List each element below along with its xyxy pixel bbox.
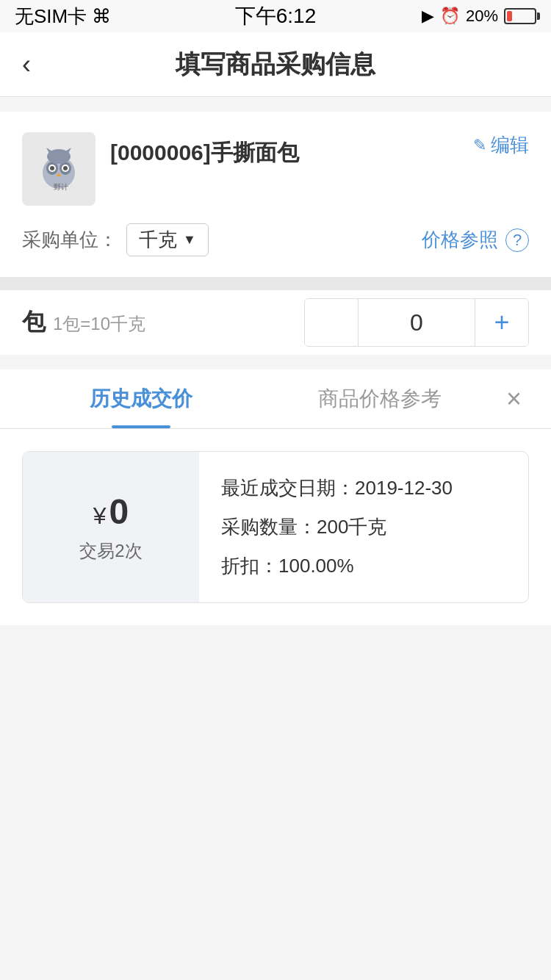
tabs-panel: 历史成交价 商品价格参考 × ¥ 0 交易2次 最近成交日期：2019-12-3…: [0, 370, 551, 625]
history-date-row: 最近成交日期：2019-12-30: [221, 474, 506, 502]
tab-product-label: 商品价格参考: [318, 385, 442, 413]
owl-icon: 野计: [33, 143, 84, 195]
unit-main: 包: [22, 306, 46, 339]
tab-close-button[interactable]: ×: [499, 383, 529, 414]
back-button[interactable]: ‹: [22, 51, 31, 78]
unit-conversion: 1包=10千克: [53, 312, 145, 336]
price-ref-button[interactable]: 价格参照 ?: [422, 227, 529, 253]
quantity-input[interactable]: [358, 299, 475, 346]
signal-indicator: 无SIM卡 ⌘: [15, 4, 111, 29]
history-qty-row: 采购数量：200千克: [221, 513, 506, 541]
quantity-label: 包 1包=10千克: [22, 306, 145, 339]
discount-label: 折扣：: [221, 555, 278, 577]
price-ref-label: 价格参照: [422, 227, 498, 253]
product-thumbnail: 野计: [22, 132, 96, 206]
quantity-controls: +: [304, 298, 529, 347]
tabs-header: 历史成交价 商品价格参考 ×: [0, 370, 551, 429]
tab-history-label: 历史成交价: [90, 385, 192, 413]
edit-label: 编辑: [491, 132, 529, 158]
nav-bar: ‹ 填写商品采购信息: [0, 32, 551, 97]
svg-point-6: [63, 166, 68, 170]
battery-icon: [504, 8, 536, 24]
unit-row: 采购单位： 千克 ▼ 价格参照 ?: [22, 223, 529, 256]
tab-history-price[interactable]: 历史成交价: [22, 370, 260, 428]
battery-pct: 20%: [466, 7, 498, 26]
location-icon: ▶: [422, 7, 434, 26]
clock: 下午6:12: [235, 2, 317, 30]
product-name: [0000006]手撕面包: [110, 138, 299, 168]
help-icon[interactable]: ?: [505, 228, 529, 252]
history-details-section: 最近成交日期：2019-12-30 采购数量：200千克 折扣：100.00%: [199, 452, 528, 602]
alarm-icon: ⏰: [440, 7, 460, 26]
edit-icon: ✎: [473, 136, 486, 155]
divider-bar: [0, 277, 551, 290]
page-title: 填写商品采购信息: [176, 48, 375, 82]
tab-content-history: ¥ 0 交易2次 最近成交日期：2019-12-30 采购数量：200千克 折扣…: [0, 429, 551, 625]
quantity-increase-button[interactable]: +: [475, 299, 528, 346]
chevron-down-icon: ▼: [183, 232, 196, 248]
qty-value: 200千克: [317, 516, 386, 538]
date-value: 2019-12-30: [355, 477, 453, 499]
quantity-row: 包 1包=10千克 +: [0, 290, 551, 355]
date-label: 最近成交日期：: [221, 477, 355, 499]
unit-value: 千克: [139, 227, 177, 253]
price-symbol: ¥: [93, 502, 107, 530]
discount-value: 100.00%: [278, 555, 354, 577]
unit-left: 采购单位： 千克 ▼: [22, 223, 209, 256]
product-header: 野计 [0000006]手撕面包 ✎ 编辑: [22, 132, 529, 206]
tab-product-price-ref[interactable]: 商品价格参考: [260, 370, 498, 428]
unit-dropdown[interactable]: 千克 ▼: [126, 223, 209, 256]
history-price-section: ¥ 0 交易2次: [23, 452, 199, 602]
unit-label: 采购单位：: [22, 227, 118, 253]
svg-point-5: [50, 166, 54, 170]
status-right: ▶ ⏰ 20%: [422, 7, 536, 26]
history-discount-row: 折扣：100.00%: [221, 552, 506, 580]
qty-label: 采购数量：: [221, 516, 317, 538]
product-card: 野计 [0000006]手撕面包 ✎ 编辑 采购单位： 千克 ▼ 价格参照 ?: [0, 112, 551, 277]
svg-text:野计: 野计: [54, 183, 68, 191]
product-info: 野计 [0000006]手撕面包: [22, 132, 299, 206]
quantity-decrease-button[interactable]: [305, 299, 358, 346]
history-price-display: ¥ 0: [93, 491, 129, 532]
trade-count: 交易2次: [79, 539, 142, 563]
price-value: 0: [109, 491, 129, 532]
history-card: ¥ 0 交易2次 最近成交日期：2019-12-30 采购数量：200千克 折扣…: [22, 451, 529, 603]
status-bar: 无SIM卡 ⌘ 下午6:12 ▶ ⏰ 20%: [0, 0, 551, 32]
edit-button[interactable]: ✎ 编辑: [473, 132, 529, 158]
